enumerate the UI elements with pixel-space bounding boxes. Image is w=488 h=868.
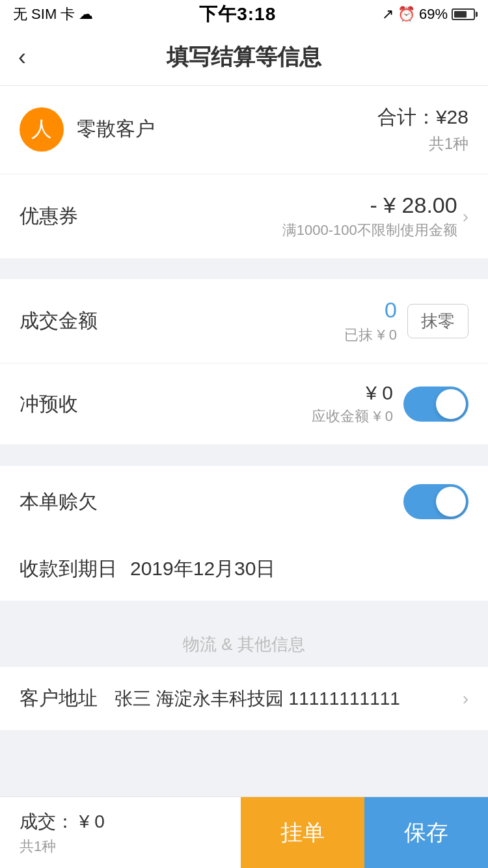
deal-section: 成交金额 0 已抹 ¥ 0 抹零 冲预收 ¥ 0 应收金额 ¥ 0 [0,279,488,445]
customer-info: 人 零散客户 [20,107,155,152]
status-time: 下午3:18 [199,2,276,27]
arrears-toggle-knob [436,487,466,517]
deal-amount-right: 0 已抹 ¥ 0 抹零 [344,297,468,345]
battery-text: 69% [419,6,448,23]
bottom-footer: 成交： ¥ 0 共1种 挂单 保存 [0,796,488,868]
address-chevron-icon: › [463,688,468,709]
status-right: ↗ ⏰ 69% [382,6,475,23]
due-date-row: 收款到期日 2019年12月30日 [0,537,488,601]
prepayment-label: 冲预收 [20,391,78,418]
address-section: 客户地址 张三 海淀永丰科技园 11111111111 › [0,667,488,730]
deal-amount-row: 成交金额 0 已抹 ¥ 0 抹零 [0,279,488,364]
section-divider-2 [0,455,488,466]
save-button[interactable]: 保存 [364,797,488,869]
section-divider-3 [0,611,488,621]
total-count: 共1种 [377,133,468,154]
address-row[interactable]: 客户地址 张三 海淀永丰科技园 11111111111 › [0,667,488,730]
footer-info: 成交： ¥ 0 共1种 [0,809,241,856]
deal-amount-label: 成交金额 [20,308,98,334]
save-label: 保存 [404,818,448,848]
coupon-row[interactable]: 优惠券 - ¥ 28.00 满1000-100不限制使用金额 › [0,174,488,258]
status-bar: 无 SIM 卡 ☁ 下午3:18 ↗ ⏰ 69% [0,0,488,29]
chevron-right-icon: › [463,206,468,227]
zero-button[interactable]: 抹零 [407,304,468,338]
pending-button[interactable]: 挂单 [241,797,364,869]
section-divider-1 [0,269,488,279]
prepayment-amount: ¥ 0 [312,382,393,404]
location-icon: ↗ [382,6,394,23]
address-value: 张三 海淀永丰科技园 11111111111 [115,686,452,711]
logistics-label: 物流 & 其他信息 [183,633,305,656]
coupon-label: 优惠券 [20,203,78,230]
footer-deal: 成交： ¥ 0 [20,809,221,834]
clock-icon: ⏰ [398,6,415,23]
customer-total: 合计：¥28 共1种 [377,104,468,154]
prepayment-amount-col: ¥ 0 应收金额 ¥ 0 [312,382,393,426]
arrears-toggle[interactable] [403,484,468,519]
page-title: 填写结算等信息 [167,42,321,72]
nav-bar: ‹ 填写结算等信息 [0,29,488,86]
due-date-label: 收款到期日 [20,556,117,582]
coupon-right: - ¥ 28.00 满1000-100不限制使用金额 › [282,193,468,240]
deal-amount-col: 0 已抹 ¥ 0 [344,297,397,345]
arrears-section: 本单赊欠 收款到期日 2019年12月30日 [0,466,488,601]
logistics-header: 物流 & 其他信息 [0,621,488,667]
prepayment-toggle[interactable] [403,387,468,422]
customer-row: 人 零散客户 合计：¥28 共1种 [0,86,488,172]
due-date-value[interactable]: 2019年12月30日 [130,556,275,582]
footer-deal-label: 成交： [20,811,74,832]
arrears-row: 本单赊欠 [0,466,488,537]
coupon-desc: 满1000-100不限制使用金额 [282,221,457,240]
already-text: 已抹 ¥ 0 [344,325,397,345]
avatar-icon: 人 [31,115,52,144]
coupon-info: - ¥ 28.00 满1000-100不限制使用金额 [282,193,457,240]
prepayment-row: 冲预收 ¥ 0 应收金额 ¥ 0 [0,364,488,445]
total-amount: 合计：¥28 [377,104,468,131]
toggle-knob [436,389,466,419]
avatar: 人 [20,107,64,152]
prepayment-amount-sub: 应收金额 ¥ 0 [312,407,393,426]
pending-label: 挂单 [280,818,325,848]
customer-name: 零散客户 [77,116,155,142]
footer-deal-amount: ¥ 0 [79,811,105,832]
footer-count: 共1种 [20,837,221,856]
battery-icon [452,8,475,20]
main-content: 人 零散客户 合计：¥28 共1种 优惠券 - ¥ 28.00 满1000-10… [0,86,488,819]
address-label: 客户地址 [20,685,104,712]
arrears-label: 本单赊欠 [20,489,98,515]
coupon-discount: - ¥ 28.00 [282,193,457,218]
back-button[interactable]: ‹ [18,44,26,71]
prepayment-right: ¥ 0 应收金额 ¥ 0 [312,382,468,426]
status-left: 无 SIM 卡 ☁ [13,5,93,24]
deal-amount-value[interactable]: 0 [344,297,397,323]
no-sim-text: 无 SIM 卡 ☁ [13,5,93,24]
customer-section: 人 零散客户 合计：¥28 共1种 优惠券 - ¥ 28.00 满1000-10… [0,86,488,258]
